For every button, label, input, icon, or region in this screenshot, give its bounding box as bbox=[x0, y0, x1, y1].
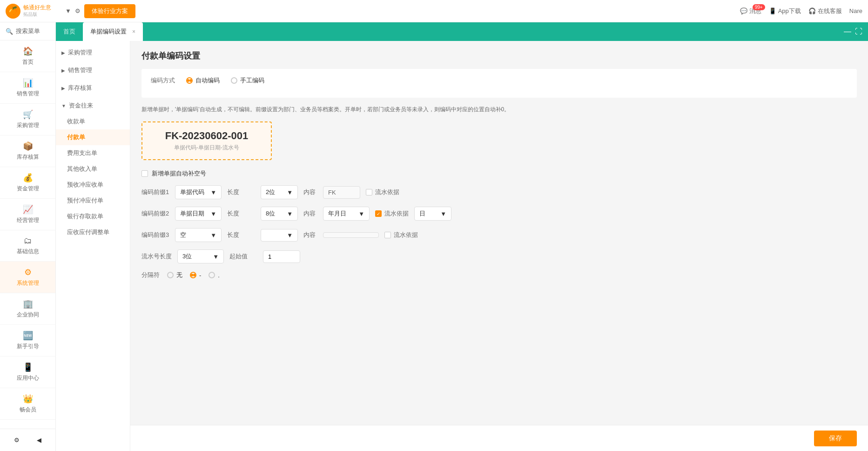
top-bar: 🍊 畅通好生意 拓品版 ▼ ⚙ 体验行业方案 💬 消息 99+ 📱 App下载 bbox=[0, 0, 868, 22]
sub-group-inventory: ▶ 库存核算 bbox=[56, 80, 130, 96]
auto-fill-checkbox[interactable] bbox=[141, 170, 148, 177]
prefix1-stream-checkbox[interactable] bbox=[366, 189, 372, 195]
sidebar-label-operations: 经营管理 bbox=[17, 216, 39, 224]
sidebar-item-guide[interactable]: 🆕 新手引导 bbox=[0, 325, 55, 357]
bottom-settings-icon[interactable]: ⚙ bbox=[14, 437, 20, 444]
sidebar-search[interactable]: 🔍 搜索菜单 bbox=[0, 22, 55, 40]
sub-item-receivable-adjust[interactable]: 应收应付调整单 bbox=[56, 224, 130, 240]
logo-name: 畅通好生意 bbox=[23, 4, 51, 12]
sub-group-capital-label: 资金往来 bbox=[69, 101, 93, 110]
sub-item-receipt[interactable]: 收款单 bbox=[56, 114, 130, 129]
sub-group-purchase-title[interactable]: ▶ 采购管理 bbox=[56, 45, 130, 61]
sub-item-prepay-payable[interactable]: 预付冲应付单 bbox=[56, 193, 130, 209]
serial-length-select[interactable]: 3位 ▼ bbox=[177, 249, 224, 263]
prefix3-length-chevron: ▼ bbox=[287, 232, 293, 239]
sidebar-item-inventory[interactable]: 📦 库存核算 bbox=[0, 135, 55, 167]
prefix2-stream-unit-select[interactable]: 日 ▼ bbox=[414, 207, 451, 221]
sidebar-item-operations[interactable]: 📈 经营管理 bbox=[0, 199, 55, 230]
prefix1-value-select[interactable]: 单据代码 ▼ bbox=[175, 185, 222, 199]
nav-dropdown[interactable]: ▼ bbox=[65, 7, 71, 14]
prefix1-length-select[interactable]: 2位 ▼ bbox=[261, 185, 298, 199]
sidebar-item-sales[interactable]: 📊 销售管理 bbox=[0, 72, 55, 104]
manual-encode-radio[interactable]: 手工编码 bbox=[231, 76, 264, 85]
app-download-btn[interactable]: 📱 App下载 bbox=[769, 7, 801, 15]
sub-item-other-income[interactable]: 其他收入单 bbox=[56, 161, 130, 177]
logo-sub: 拓品版 bbox=[23, 11, 51, 18]
separator-dot-label: . bbox=[218, 272, 220, 279]
chevron-down-icon-2: ▼ bbox=[61, 103, 66, 108]
sidebar-item-enterprise[interactable]: 🏢 企业协同 bbox=[0, 293, 55, 325]
prefix2-stream-checkbox[interactable]: ✓ bbox=[375, 210, 382, 217]
experience-btn[interactable]: 体验行业方案 bbox=[84, 4, 135, 18]
sidebar-item-basic[interactable]: 🗂 基础信息 bbox=[0, 230, 55, 262]
auto-encode-label: 自动编码 bbox=[195, 76, 220, 85]
prefix2-length-chevron: ▼ bbox=[287, 210, 293, 217]
separator-dot[interactable]: . bbox=[209, 272, 220, 279]
prefix1-content-label: 内容 bbox=[303, 188, 317, 196]
sub-item-payment[interactable]: 付款单 bbox=[56, 129, 130, 145]
tab-home[interactable]: 首页 bbox=[56, 22, 83, 41]
separator-dash-label: - bbox=[199, 272, 201, 279]
tab-maximize-icon[interactable]: ⛶ bbox=[855, 27, 862, 36]
sidebar-item-purchase[interactable]: 🛒 采购管理 bbox=[0, 104, 55, 135]
user-name[interactable]: Nare bbox=[849, 7, 862, 14]
prefix2-content-select[interactable]: 年月日 ▼ bbox=[323, 207, 370, 221]
prefix1-stream[interactable]: 流水依据 bbox=[366, 188, 399, 196]
auto-fill-label: 新增单据自动补空号 bbox=[152, 169, 206, 178]
separator-none[interactable]: 无 bbox=[167, 271, 182, 279]
message-btn[interactable]: 💬 消息 99+ bbox=[740, 7, 761, 15]
sidebar-item-apps[interactable]: 📱 应用中心 bbox=[0, 357, 55, 388]
sub-group-inventory-title[interactable]: ▶ 库存核算 bbox=[56, 80, 130, 96]
prefix2-length-select[interactable]: 8位 ▼ bbox=[261, 207, 298, 221]
online-service-btn[interactable]: 🎧 在线客服 bbox=[808, 7, 842, 15]
home-icon: 🏠 bbox=[23, 46, 33, 56]
top-nav: ▼ ⚙ 体验行业方案 bbox=[65, 4, 135, 18]
save-button[interactable]: 保存 bbox=[814, 431, 857, 446]
settings-btn[interactable]: ⚙ bbox=[75, 7, 81, 14]
serial-start-input[interactable] bbox=[263, 250, 300, 263]
prefix3-stream[interactable]: 流水依据 bbox=[384, 231, 418, 239]
auto-fill-row: 新增单据自动补空号 bbox=[141, 169, 857, 178]
prefix2-value-select[interactable]: 单据日期 ▼ bbox=[175, 207, 222, 221]
sub-item-expense[interactable]: 费用支出单 bbox=[56, 145, 130, 161]
prefix3-length-select[interactable]: ▼ bbox=[261, 229, 298, 242]
sub-group-capital-title[interactable]: ▼ 资金往来 bbox=[56, 98, 130, 114]
sidebar-label-apps: 应用中心 bbox=[17, 374, 39, 382]
separator-dash[interactable]: - bbox=[190, 272, 201, 279]
prefix2-stream[interactable]: ✓ 流水依据 bbox=[375, 209, 409, 218]
sidebar-item-home[interactable]: 🏠 首页 bbox=[0, 40, 55, 72]
sidebar-item-finance[interactable]: 💰 资金管理 bbox=[0, 167, 55, 199]
manual-encode-dot bbox=[231, 77, 237, 84]
finance-icon: 💰 bbox=[23, 173, 33, 183]
manual-encode-label: 手工编码 bbox=[240, 76, 264, 85]
prefix3-value-select[interactable]: 空 ▼ bbox=[175, 228, 222, 242]
prefix3-stream-checkbox[interactable] bbox=[384, 232, 391, 238]
sidebar-label-basic: 基础信息 bbox=[17, 248, 39, 256]
prefix1-stream-label: 流水依据 bbox=[375, 188, 399, 196]
serial-length-value: 3位 bbox=[182, 252, 192, 261]
sidebar-item-member[interactable]: 👑 畅会员 bbox=[0, 388, 55, 420]
serial-start-label: 起始值 bbox=[229, 252, 257, 261]
sub-item-bank-deposit[interactable]: 银行存取款单 bbox=[56, 209, 130, 224]
tab-close-icon[interactable]: × bbox=[132, 28, 135, 35]
search-icon: 🔍 bbox=[6, 28, 13, 35]
separator-dash-dot bbox=[190, 272, 196, 278]
tab-encoding[interactable]: 单据编码设置 × bbox=[83, 22, 143, 41]
prefix3-length-label: 长度 bbox=[227, 231, 255, 239]
system-icon: ⚙ bbox=[24, 267, 32, 277]
sidebar-item-system[interactable]: ⚙ 系统管理 bbox=[0, 262, 55, 293]
sub-group-sales-title[interactable]: ▶ 销售管理 bbox=[56, 62, 130, 78]
prefix2-length-value: 8位 bbox=[266, 209, 275, 218]
sidebar-label-enterprise: 企业协同 bbox=[17, 311, 39, 319]
prefix1-length-value: 2位 bbox=[266, 188, 275, 196]
sub-item-prepay-receivable[interactable]: 预收冲应收单 bbox=[56, 177, 130, 193]
sub-group-purchase: ▶ 采购管理 bbox=[56, 45, 130, 61]
prefix2-label: 编码前缀2 bbox=[141, 209, 169, 218]
prefix3-row: 编码前缀3 空 ▼ 长度 ▼ 内容 bbox=[141, 228, 857, 242]
bottom-bar: 保存 bbox=[130, 425, 868, 451]
tab-minimize-icon[interactable]: — bbox=[844, 27, 851, 36]
sidebar: 🔍 搜索菜单 🏠 首页 📊 销售管理 🛒 采购管理 📦 库存核算 💰 资金管理 … bbox=[0, 22, 56, 451]
bottom-collapse-icon[interactable]: ◀ bbox=[37, 437, 41, 444]
auto-encode-radio[interactable]: 自动编码 bbox=[186, 76, 220, 85]
sub-sidebar: ▶ 采购管理 ▶ 销售管理 ▶ 库存核算 bbox=[56, 41, 130, 451]
